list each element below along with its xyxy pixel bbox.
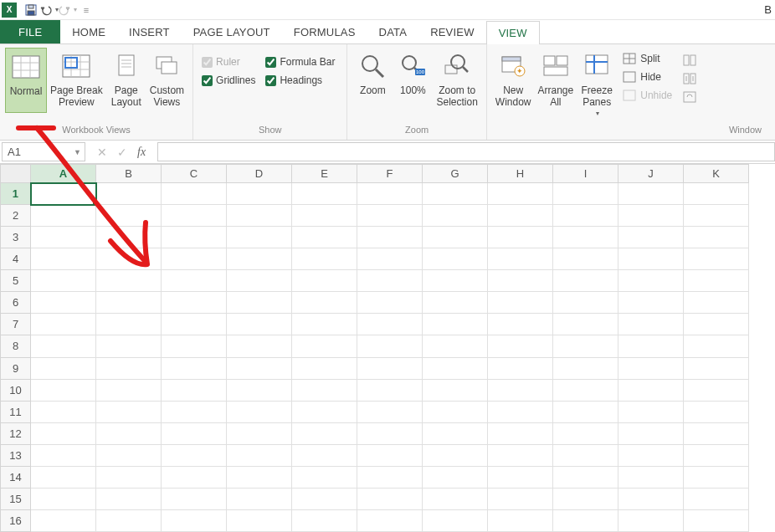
cell-D8[interactable] <box>227 335 292 357</box>
cell-F5[interactable] <box>357 270 423 292</box>
cell-K1[interactable] <box>684 183 749 205</box>
cell-A3[interactable] <box>31 227 96 248</box>
page-layout-button[interactable]: PageLayout <box>106 48 146 111</box>
cell-B12[interactable] <box>96 422 162 444</box>
cell-C6[interactable] <box>162 292 227 314</box>
col-header-K[interactable]: K <box>684 165 749 183</box>
cell-I9[interactable] <box>553 357 618 379</box>
view-side-by-side-button[interactable] <box>682 51 701 69</box>
cell-D3[interactable] <box>227 227 292 248</box>
zoom-to-selection-button[interactable]: Zoom toSelection <box>433 48 480 111</box>
row-header-5[interactable]: 5 <box>1 270 31 292</box>
zoom-button[interactable]: Zoom <box>352 48 393 111</box>
cell-E7[interactable] <box>292 314 357 335</box>
cell-I12[interactable] <box>553 422 618 444</box>
cell-H2[interactable] <box>488 205 553 227</box>
cell-F2[interactable] <box>357 205 423 227</box>
cell-D13[interactable] <box>227 444 292 466</box>
cell-E8[interactable] <box>292 335 357 357</box>
cell-E14[interactable] <box>292 466 357 488</box>
cell-A10[interactable] <box>31 379 96 401</box>
redo-icon[interactable]: ▾ <box>59 1 77 19</box>
cell-G4[interactable] <box>423 248 488 270</box>
cell-J16[interactable] <box>618 509 684 531</box>
cell-H13[interactable] <box>488 444 553 466</box>
cell-B1[interactable] <box>96 183 162 205</box>
tab-page-layout[interactable]: PAGE LAYOUT <box>182 20 282 43</box>
cell-A13[interactable] <box>31 444 96 466</box>
cell-F7[interactable] <box>357 314 423 335</box>
row-header-4[interactable]: 4 <box>1 248 31 270</box>
cell-H1[interactable] <box>488 183 553 205</box>
row-header-7[interactable]: 7 <box>1 314 31 335</box>
col-header-C[interactable]: C <box>162 165 227 183</box>
row-header-9[interactable]: 9 <box>1 357 31 379</box>
cell-A9[interactable] <box>31 357 96 379</box>
row-header-8[interactable]: 8 <box>1 335 31 357</box>
cell-F15[interactable] <box>357 488 423 509</box>
cell-F1[interactable] <box>357 183 423 205</box>
cell-B14[interactable] <box>96 466 162 488</box>
tab-review[interactable]: REVIEW <box>418 20 485 43</box>
row-header-2[interactable]: 2 <box>1 205 31 227</box>
cell-J10[interactable] <box>618 379 684 401</box>
cell-B6[interactable] <box>96 292 162 314</box>
name-box-dropdown-icon[interactable]: ▼ <box>74 148 81 156</box>
spreadsheet[interactable]: A B C D E F G H I J K 123456789101112131… <box>0 164 775 532</box>
cell-G16[interactable] <box>423 509 488 531</box>
cell-I13[interactable] <box>553 444 618 466</box>
cell-J14[interactable] <box>618 466 684 488</box>
cell-B7[interactable] <box>96 314 162 335</box>
hide-button[interactable]: Hide <box>622 68 672 86</box>
cell-J4[interactable] <box>618 248 684 270</box>
tab-view[interactable]: VIEW <box>486 21 540 44</box>
row-header-16[interactable]: 16 <box>1 509 31 531</box>
cell-E5[interactable] <box>292 270 357 292</box>
cell-H14[interactable] <box>488 466 553 488</box>
cell-C10[interactable] <box>162 379 227 401</box>
row-header-11[interactable]: 11 <box>1 401 31 422</box>
cell-G11[interactable] <box>423 401 488 422</box>
split-button[interactable]: Split <box>622 49 672 68</box>
cell-C16[interactable] <box>162 509 227 531</box>
cell-J7[interactable] <box>618 314 684 335</box>
cell-H10[interactable] <box>488 379 553 401</box>
cell-K10[interactable] <box>684 379 749 401</box>
cell-C11[interactable] <box>162 401 227 422</box>
cell-D10[interactable] <box>227 379 292 401</box>
cell-J8[interactable] <box>618 335 684 357</box>
cell-H16[interactable] <box>488 509 553 531</box>
cell-A14[interactable] <box>31 466 96 488</box>
cell-E2[interactable] <box>292 205 357 227</box>
name-box[interactable]: A1 ▼ <box>2 142 85 161</box>
col-header-G[interactable]: G <box>423 165 488 183</box>
cell-B8[interactable] <box>96 335 162 357</box>
page-break-preview-button[interactable]: Page BreakPreview <box>47 48 106 111</box>
cell-E9[interactable] <box>292 357 357 379</box>
new-window-button[interactable]: ✦ NewWindow <box>492 48 535 111</box>
tab-data[interactable]: DATA <box>367 20 419 43</box>
cell-I10[interactable] <box>553 379 618 401</box>
cell-A2[interactable] <box>31 205 96 227</box>
zoom-100-button[interactable]: 100 100% <box>393 48 433 111</box>
tab-file[interactable]: FILE <box>0 20 60 43</box>
cell-D16[interactable] <box>227 509 292 531</box>
cell-K15[interactable] <box>684 488 749 509</box>
tab-insert[interactable]: INSERT <box>117 20 182 43</box>
formula-bar-checkbox[interactable]: Formula Bar <box>265 53 335 71</box>
cell-I16[interactable] <box>553 509 618 531</box>
cell-C5[interactable] <box>162 270 227 292</box>
cell-B11[interactable] <box>96 401 162 422</box>
cell-C7[interactable] <box>162 314 227 335</box>
cell-F14[interactable] <box>357 466 423 488</box>
cell-J3[interactable] <box>618 227 684 248</box>
cell-D9[interactable] <box>227 357 292 379</box>
cell-E3[interactable] <box>292 227 357 248</box>
cell-A16[interactable] <box>31 509 96 531</box>
cell-D2[interactable] <box>227 205 292 227</box>
cell-F9[interactable] <box>357 357 423 379</box>
cell-A11[interactable] <box>31 401 96 422</box>
cell-F6[interactable] <box>357 292 423 314</box>
col-header-A[interactable]: A <box>31 165 96 183</box>
cell-F11[interactable] <box>357 401 423 422</box>
